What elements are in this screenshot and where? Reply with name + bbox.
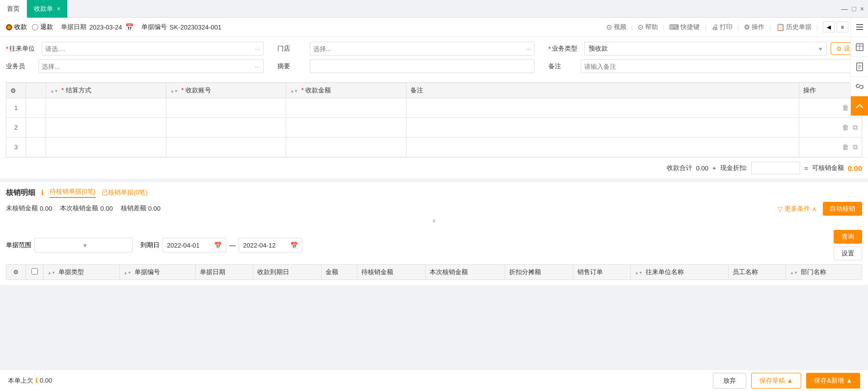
row-3-remark[interactable] bbox=[406, 138, 799, 157]
video-btn[interactable]: ⊙ 视频 bbox=[606, 23, 626, 31]
select-all-checkbox[interactable] bbox=[31, 268, 38, 275]
prev-view-btn[interactable]: ◀ bbox=[823, 22, 835, 32]
svg-rect-0 bbox=[856, 24, 863, 25]
row-3-settlement[interactable] bbox=[46, 138, 166, 157]
save-new-btn[interactable]: 保存&新增 ▲ bbox=[806, 373, 860, 389]
salesperson-more-icon[interactable]: ··· bbox=[255, 63, 260, 70]
summary-input-wrap[interactable] bbox=[310, 59, 535, 73]
side-icon-1[interactable] bbox=[851, 18, 868, 37]
row-1-account[interactable] bbox=[166, 98, 286, 118]
shortcut-btn[interactable]: ⌨ 快捷键 bbox=[669, 23, 700, 31]
counterparty-input[interactable] bbox=[45, 45, 253, 53]
tab-receipt[interactable]: 收款单 × bbox=[27, 0, 68, 18]
row-2-amount[interactable] bbox=[286, 118, 406, 138]
salesperson-input[interactable] bbox=[42, 63, 253, 70]
counterparty-more-icon[interactable]: ··· bbox=[255, 45, 260, 53]
save-chevron-icon[interactable]: ▲ bbox=[846, 377, 852, 384]
discount-input[interactable] bbox=[751, 162, 800, 174]
row-3-delete-icon[interactable]: 🗑 bbox=[842, 143, 849, 151]
list-view-btn[interactable]: ≡ bbox=[837, 22, 848, 32]
settings-query-btn[interactable]: 设置 bbox=[834, 247, 862, 260]
row-3-amount[interactable] bbox=[286, 138, 406, 157]
row-1-delete-icon[interactable]: 🗑 bbox=[842, 104, 849, 112]
note-input[interactable] bbox=[584, 63, 855, 70]
row-3-copy-icon[interactable]: ⧉ bbox=[853, 143, 858, 151]
sub-col-check[interactable] bbox=[26, 265, 44, 280]
tab-home[interactable]: 首页 bbox=[0, 0, 27, 18]
date-to-wrap[interactable]: 📅 bbox=[239, 238, 302, 252]
abandon-btn[interactable]: 放弃 bbox=[713, 373, 746, 389]
history-btn[interactable]: 📋 历史单据 bbox=[776, 23, 812, 31]
query-btn[interactable]: 查询 bbox=[834, 230, 862, 244]
col-gear[interactable]: ⚙ bbox=[6, 83, 26, 98]
calendar-from-icon[interactable]: 📅 bbox=[214, 242, 222, 249]
sub-col-pending: 待核销金额 bbox=[357, 265, 426, 280]
operation-btn[interactable]: ⚙ 操作 bbox=[744, 23, 764, 31]
sub-col-due-date: 收款到期日 bbox=[253, 265, 321, 280]
store-more-icon[interactable]: ··· bbox=[526, 45, 531, 53]
date-to-input[interactable] bbox=[243, 242, 287, 249]
window-close-btn[interactable]: × bbox=[860, 5, 864, 13]
maximize-btn[interactable]: □ bbox=[852, 5, 856, 13]
row-3-actions: 🗑 ⧉ bbox=[799, 138, 862, 157]
side-icon-table[interactable] bbox=[851, 37, 868, 57]
receipt-radio[interactable]: 收款 bbox=[6, 23, 27, 31]
row-3-num: 3 bbox=[6, 138, 26, 157]
verify-section: 核销明细 ℹ 待核销单据(0笔) 已核销单据(0笔) 未核销金额 0.00 本次… bbox=[0, 182, 868, 285]
draft-chevron-icon[interactable]: ▲ bbox=[787, 377, 793, 384]
store-input-wrap[interactable]: ··· bbox=[310, 42, 535, 56]
row-2-settlement[interactable] bbox=[46, 118, 166, 138]
row-3-account[interactable] bbox=[166, 138, 286, 157]
row-1-settlement[interactable] bbox=[46, 98, 166, 118]
date-from-wrap[interactable]: 📅 bbox=[163, 238, 226, 252]
collapse-indicator[interactable]: ∨ bbox=[432, 218, 436, 224]
sub-col-gear[interactable]: ⚙ bbox=[6, 265, 26, 280]
side-icon-link[interactable] bbox=[851, 77, 868, 96]
tab-close-icon[interactable]: × bbox=[57, 5, 60, 12]
row-2-delete-icon[interactable]: 🗑 bbox=[842, 123, 849, 131]
row-2-copy-icon[interactable]: ⧉ bbox=[853, 123, 858, 131]
business-type-chevron[interactable]: ▾ bbox=[819, 45, 822, 53]
sub-col-type: ▲▼ 单据类型 bbox=[44, 265, 120, 280]
salesperson-field: 业务员 ··· bbox=[6, 59, 268, 73]
table-row: 1 🗑 ⧉ bbox=[6, 98, 862, 118]
bottom-info-icon[interactable]: ℹ bbox=[35, 377, 38, 384]
verify-info-icon[interactable]: ℹ bbox=[41, 189, 44, 196]
toolbar-right: ⊙ 视频 | ⊙ 帮助 | ⌨ 快捷键 | 🖨 打印 | ⚙ 操作 bbox=[606, 22, 862, 32]
row-2-account[interactable] bbox=[166, 118, 286, 138]
plus-sign: + bbox=[712, 165, 716, 172]
help-btn[interactable]: ⊙ 帮助 bbox=[638, 23, 658, 31]
side-icon-expand[interactable] bbox=[851, 96, 868, 116]
calendar-to-icon[interactable]: 📅 bbox=[290, 242, 298, 249]
range-select[interactable]: ▾ bbox=[34, 238, 133, 252]
sub-col-number: ▲▼ 单据编号 bbox=[119, 265, 195, 280]
summary-input[interactable] bbox=[313, 63, 532, 70]
minimize-btn[interactable]: — bbox=[841, 5, 848, 13]
range-field: 单据范围 ▾ bbox=[6, 238, 133, 252]
row-2-actions: 🗑 ⧉ bbox=[799, 118, 862, 138]
auto-verify-btn[interactable]: 自动核销 bbox=[823, 202, 862, 216]
print-btn[interactable]: 🖨 打印 bbox=[711, 23, 732, 31]
row-1-remark[interactable] bbox=[406, 98, 799, 118]
range-chevron[interactable]: ▾ bbox=[83, 242, 128, 249]
row-2-remark[interactable] bbox=[406, 118, 799, 138]
sub-col-date: 单据日期 bbox=[195, 265, 253, 280]
salesperson-input-wrap[interactable]: ··· bbox=[38, 59, 264, 73]
refund-radio[interactable]: 退款 bbox=[32, 23, 53, 31]
counterparty-input-wrap[interactable]: ··· bbox=[42, 42, 263, 56]
save-draft-btn[interactable]: 保存草稿 ▲ bbox=[751, 373, 802, 389]
more-conditions-btn[interactable]: ▽ 更多条件 ∧ bbox=[778, 204, 817, 213]
receipt-refund-toggle: 收款 退款 bbox=[6, 23, 53, 31]
date-from-input[interactable] bbox=[167, 242, 211, 249]
row-1-amount[interactable] bbox=[286, 98, 406, 118]
chevron-up-icon: ∧ bbox=[812, 205, 817, 213]
bottom-bar: 本单上欠 ℹ 0.00 放弃 保存草稿 ▲ 保存&新增 ▲ bbox=[0, 369, 868, 391]
note-input-wrap[interactable] bbox=[581, 59, 858, 73]
video-icon: ⊙ bbox=[606, 23, 612, 31]
store-input[interactable] bbox=[313, 45, 524, 53]
business-type-field: * 业务类型 预收款 ▾ ⚙ 设置 bbox=[548, 42, 862, 56]
side-icon-doc[interactable] bbox=[851, 57, 868, 77]
calendar-icon[interactable]: 📅 bbox=[125, 23, 134, 31]
pending-tab[interactable]: 待核销单据(0笔) bbox=[50, 187, 96, 198]
done-tab[interactable]: 已核销单据(0笔) bbox=[102, 188, 148, 197]
